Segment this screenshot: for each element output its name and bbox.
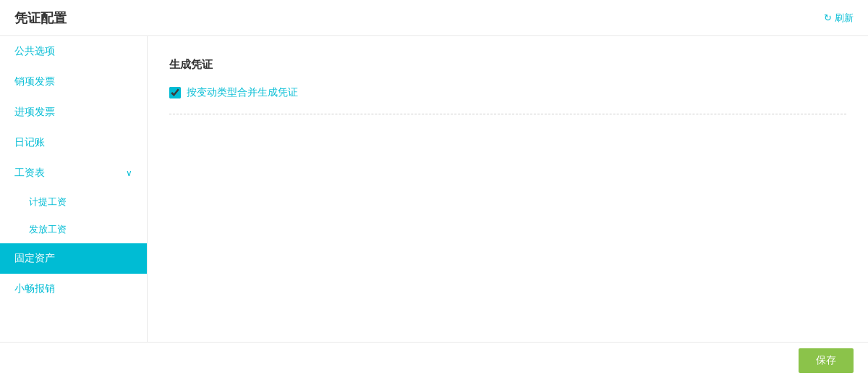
sidebar-item-label: 公共选项 xyxy=(14,45,55,58)
main-panel: 生成凭证 按变动类型合并生成凭证 xyxy=(148,36,868,342)
sidebar-item-payroll-accrual[interactable]: 计提工资 xyxy=(0,188,147,216)
sidebar-item-sales-invoice[interactable]: 销项发票 xyxy=(0,67,147,97)
sidebar-item-payroll-distribute[interactable]: 发放工资 xyxy=(0,216,147,243)
sidebar-item-journal[interactable]: 日记账 xyxy=(0,127,147,158)
sidebar-item-label: 销项发票 xyxy=(14,75,55,88)
sidebar-item-label: 计提工资 xyxy=(29,196,67,207)
refresh-icon: ↻ xyxy=(824,12,832,23)
refresh-button[interactable]: ↻ 刷新 xyxy=(824,12,854,25)
checkbox-row: 按变动类型合并生成凭证 xyxy=(169,86,846,99)
sidebar-item-label: 日记账 xyxy=(14,136,45,149)
sidebar-item-payroll[interactable]: 工资表 ∨ xyxy=(0,158,147,188)
sidebar-item-expense[interactable]: 小畅报销 xyxy=(0,274,147,304)
merge-by-type-label[interactable]: 按变动类型合并生成凭证 xyxy=(187,86,298,99)
sidebar-item-public[interactable]: 公共选项 xyxy=(0,36,147,67)
sidebar: 公共选项 销项发票 进项发票 日记账 工资表 ∨ 计提工资 发放工资 xyxy=(0,36,148,342)
save-button[interactable]: 保存 xyxy=(799,348,854,373)
page-title: 凭证配置 xyxy=(14,9,67,27)
sidebar-item-label: 工资表 xyxy=(14,167,45,180)
section-title: 生成凭证 xyxy=(169,58,846,72)
sidebar-item-label: 发放工资 xyxy=(29,224,67,235)
content-area: 公共选项 销项发票 进项发票 日记账 工资表 ∨ 计提工资 发放工资 xyxy=(0,36,868,342)
page-header: 凭证配置 ↻ 刷新 xyxy=(0,0,868,36)
sidebar-item-label: 小畅报销 xyxy=(14,282,55,295)
chevron-down-icon: ∨ xyxy=(126,168,132,178)
refresh-label: 刷新 xyxy=(835,12,854,25)
sidebar-item-purchase-invoice[interactable]: 进项发票 xyxy=(0,97,147,127)
merge-by-type-checkbox[interactable] xyxy=(169,87,181,98)
sidebar-item-label: 固定资产 xyxy=(14,252,55,265)
page-footer: 保存 xyxy=(0,342,868,378)
section-divider xyxy=(169,114,846,114)
sidebar-item-label: 进项发票 xyxy=(14,106,55,119)
sidebar-item-fixed-assets[interactable]: 固定资产 xyxy=(0,243,147,274)
page-wrapper: 凭证配置 ↻ 刷新 公共选项 销项发票 进项发票 日记账 工资表 ∨ xyxy=(0,0,868,378)
